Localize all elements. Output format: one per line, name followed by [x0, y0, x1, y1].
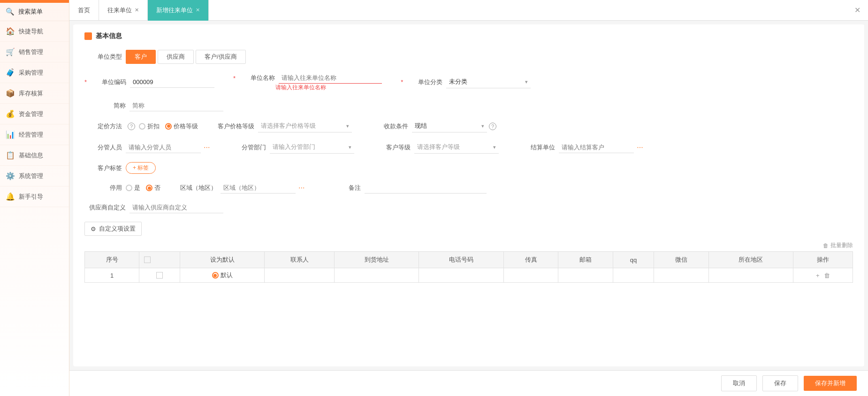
tab-new-partner-close[interactable]: ✕	[196, 7, 200, 13]
money-icon: 💰	[6, 109, 15, 118]
short-name-label: 简称	[88, 101, 126, 110]
row-checkbox[interactable]	[156, 272, 163, 279]
cancel-button[interactable]: 取消	[721, 375, 757, 391]
sidebar-item-sales[interactable]: 🛒 销售管理	[0, 42, 69, 62]
table-actions: 🗑 批量删除	[84, 241, 853, 249]
tab-home[interactable]: 首页	[69, 0, 99, 21]
unit-btn-supplier[interactable]: 供应商	[158, 50, 194, 64]
tab-partners-close[interactable]: ✕	[135, 7, 139, 13]
pricing-row: 定价方法 ? 折扣 价格等级 客户价格等级 请选择客户价格等级	[84, 120, 853, 132]
settlement-label: 结算单位	[518, 143, 555, 152]
tab-bar-close[interactable]: ✕	[847, 6, 868, 15]
customer-price-level-label: 客户价格等级	[217, 122, 254, 131]
sidebar-item-system[interactable]: ⚙️ 系统管理	[0, 166, 69, 186]
manager-group: 分管人员 ···	[84, 142, 210, 153]
unit-btn-customer[interactable]: 客户	[126, 50, 156, 64]
pricing-discount-radio[interactable]: 折扣	[139, 122, 160, 131]
sidebar-item-system-label: 系统管理	[19, 172, 43, 180]
unit-code-name-row: * 单位编码 * 单位名称 请输入往来单位名称 * 单位分类	[84, 72, 853, 92]
unit-category-group: * 单位分类 未分类 ▾	[401, 76, 531, 88]
disabled-yes-radio[interactable]: 是	[126, 184, 140, 192]
customer-tags-label: 客户标签	[84, 164, 122, 172]
section-icon	[84, 32, 92, 40]
department-label: 分管部门	[228, 143, 266, 152]
pricing-discount-label: 折扣	[147, 122, 160, 131]
footer-bar: 取消 保存 保存并新增	[69, 370, 868, 396]
sidebar-item-finance[interactable]: 💰 资金管理	[0, 104, 69, 124]
manager-ellipsis[interactable]: ···	[204, 143, 210, 152]
unit-name-label: 单位名称	[237, 74, 275, 82]
remark-input[interactable]	[365, 182, 487, 194]
tab-new-partner[interactable]: 新增往来单位 ✕	[148, 0, 209, 21]
save-button[interactable]: 保存	[762, 375, 798, 391]
save-new-button[interactable]: 保存并新增	[804, 376, 857, 391]
customer-level-chevron: ▾	[493, 144, 496, 150]
header-checkbox[interactable]	[144, 256, 151, 263]
manager-input[interactable]	[126, 142, 201, 153]
row-checkbox-cell	[139, 268, 180, 283]
pricing-pricelevel-radio[interactable]: 价格等级	[165, 122, 198, 131]
disabled-no-circle	[146, 185, 152, 191]
short-name-group: 简称	[84, 100, 223, 111]
unit-btn-both[interactable]: 客户/供应商	[196, 50, 246, 64]
sidebar-search[interactable]: 🔍 搜索菜单	[0, 3, 69, 21]
unit-name-input[interactable]	[279, 72, 382, 84]
unit-category-chevron: ▾	[525, 79, 528, 85]
unit-type-row: 单位类型 客户 供应商 客户/供应商	[84, 50, 853, 64]
unit-category-required: *	[401, 78, 403, 85]
sidebar-item-operations-label: 经营管理	[19, 131, 43, 139]
col-phone: 电话号码	[419, 252, 504, 268]
region-ellipsis[interactable]: ···	[298, 184, 305, 192]
customer-level-label: 客户等级	[373, 143, 411, 152]
row-email	[558, 268, 613, 283]
sidebar-item-basicinfo[interactable]: 📋 基础信息	[0, 145, 69, 166]
tab-partners[interactable]: 往来单位 ✕	[99, 0, 148, 21]
department-select[interactable]: 请输入分管部门 ▾	[270, 141, 354, 154]
customer-level-select[interactable]: 请选择客户等级 ▾	[414, 141, 499, 154]
supplier-custom-row: 供应商自定义	[84, 202, 853, 213]
payment-terms-select[interactable]: 现结 ▾	[412, 120, 487, 132]
settlement-input[interactable]	[559, 142, 634, 153]
form-content: 基本信息 单位类型 客户 供应商 客户/供应商 * 单位编码 * 单位	[73, 24, 864, 366]
col-action: 操作	[793, 252, 853, 268]
sidebar-item-basicinfo-label: 基础信息	[19, 151, 43, 160]
clipboard-icon: 📋	[6, 151, 15, 160]
add-row-btn[interactable]: +	[816, 272, 820, 279]
payment-terms-help-icon[interactable]: ?	[489, 123, 496, 130]
pricing-help-icon[interactable]: ?	[128, 123, 135, 130]
customer-level-group: 客户等级 请选择客户等级 ▾	[373, 141, 499, 154]
customer-price-level-select[interactable]: 请选择客户价格等级 ▾	[258, 120, 352, 132]
sidebar-item-guide[interactable]: 🔔 新手引导	[0, 186, 69, 207]
home-icon: 🏠	[6, 27, 15, 36]
sidebar-item-inventory-label: 库存核算	[19, 89, 43, 98]
sidebar-item-purchase[interactable]: 🧳 采购管理	[0, 62, 69, 83]
unit-code-input[interactable]	[130, 77, 214, 88]
row-default-radio[interactable]	[212, 272, 219, 279]
disabled-no-radio[interactable]: 否	[146, 184, 160, 192]
sidebar-item-quicknav[interactable]: 🏠 快捷导航	[0, 21, 69, 42]
short-name-input[interactable]	[129, 100, 223, 111]
supplier-custom-input[interactable]	[129, 202, 223, 213]
sidebar-item-inventory[interactable]: 📦 库存核算	[0, 83, 69, 104]
custom-setting-button[interactable]: ⚙ 自定义项设置	[84, 222, 142, 236]
delete-row-btn[interactable]: 🗑	[824, 272, 830, 279]
disabled-group: 停用 是 否	[84, 184, 160, 192]
unit-category-select[interactable]: 未分类 ▾	[446, 76, 531, 88]
col-contact: 联系人	[265, 252, 334, 268]
disabled-yes-circle	[126, 185, 132, 191]
unit-code-label: 单位编码	[89, 78, 126, 86]
col-no: 序号	[85, 252, 139, 268]
sidebar-item-finance-label: 资金管理	[19, 110, 43, 118]
manager-row: 分管人员 ··· 分管部门 请输入分管部门 ▾ 客户等级 请选择客户等级 ▾	[84, 141, 853, 154]
supplier-custom-label: 供应商自定义	[88, 203, 126, 212]
row-region	[708, 268, 793, 283]
sidebar-item-operations[interactable]: 📊 经营管理	[0, 124, 69, 145]
add-tag-button[interactable]: + 标签	[126, 162, 156, 174]
batch-delete-button[interactable]: 🗑 批量删除	[823, 241, 853, 249]
payment-terms-group: 收款条件 现结 ▾ ?	[371, 120, 496, 132]
settlement-group: 结算单位 ···	[518, 142, 643, 153]
region-input[interactable]	[221, 182, 296, 194]
settlement-ellipsis[interactable]: ···	[637, 143, 643, 152]
sidebar-item-quicknav-label: 快捷导航	[19, 27, 43, 36]
sidebar: 🔍 搜索菜单 🏠 快捷导航 🛒 销售管理 🧳 采购管理 📦 库存核算 💰 资金管…	[0, 0, 69, 396]
